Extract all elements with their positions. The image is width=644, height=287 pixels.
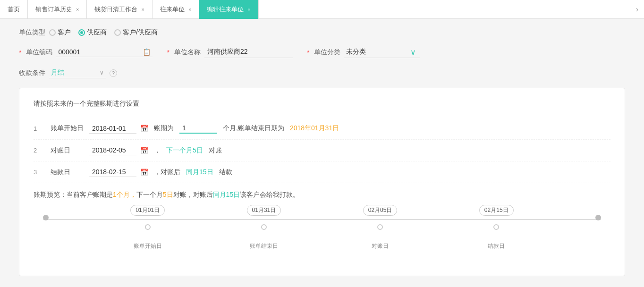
page-content: 单位类型 客户 供应商 客户/供应商 * 单位编码 — [0, 19, 644, 287]
timeline-start-dot — [43, 215, 49, 220]
preview-section: 账期预览：当前客户账期是1个月，下一个月5日对账，对账后同月15日该客户会给我打… — [34, 183, 610, 264]
payment-terms-group: 收款条件 月结 ∨ ? — [19, 68, 117, 78]
preview-text: 账期预览：当前客户账期是1个月，下一个月5日对账，对账后同月15日该客户会给我打… — [34, 191, 610, 199]
row-2-date-wrap: 2018-02-05 📅 — [89, 145, 148, 155]
row-3-highlight: 同月15日 — [186, 168, 213, 177]
period-input[interactable] — [179, 123, 217, 134]
tab-edit-partner[interactable]: 编辑往来单位 × — [199, 0, 258, 19]
unit-code-icon[interactable]: 📋 — [143, 48, 151, 56]
payment-terms-help-icon[interactable]: ? — [110, 69, 117, 77]
radio-customer-label: 客户 — [58, 28, 71, 37]
tab-more-button[interactable]: › — [630, 0, 644, 19]
card-title: 请按照未来的一个完整帐期进行设置 — [34, 100, 610, 108]
unit-name-input[interactable] — [204, 46, 293, 58]
preview-mid1: 下一个月 — [136, 191, 163, 198]
timeline-end — [595, 215, 601, 252]
unit-category-value: 未分类 — [346, 48, 407, 56]
row-1-num: 1 — [34, 125, 45, 132]
node-1-label: 01月01日 — [130, 205, 165, 216]
tab-bar: 首页 销售订单历史 × 钱货日清工作台 × 往来单位 × 编辑往来单位 × › — [0, 0, 644, 19]
unit-name-group: * 单位名称 — [167, 46, 292, 58]
tab-sales-history[interactable]: 销售订单历史 × — [28, 0, 87, 19]
name-required-star: * — [167, 49, 169, 56]
tab-cash-workbench[interactable]: 钱货日清工作台 × — [87, 0, 152, 19]
node-3-label: 02月05日 — [363, 205, 398, 216]
tab-partner-close-icon[interactable]: × — [188, 7, 191, 12]
tab-edit-partner-label: 编辑往来单位 — [207, 5, 244, 14]
unit-code-group: * 单位编码 📋 — [19, 47, 153, 57]
radio-customer[interactable]: 客户 — [49, 28, 71, 37]
radio-both-label: 客户/供应商 — [123, 28, 158, 37]
node-1-dot — [145, 224, 151, 230]
timeline-node-3: 02月05日 对账日 — [363, 213, 398, 250]
payment-terms-row: 收款条件 月结 ∨ ? — [19, 68, 625, 78]
tab-partner-label: 往来单位 — [160, 5, 185, 14]
tab-cash-label: 钱货日清工作台 — [94, 5, 137, 14]
unit-name-label: 单位名称 — [174, 48, 201, 57]
preview-suffix: 该客户会给我打款。 — [240, 191, 299, 198]
preview-h1: 1个月， — [113, 191, 136, 198]
row-2-suffix: 对账 — [209, 146, 222, 155]
radio-group: 客户 供应商 客户/供应商 — [49, 28, 158, 37]
tab-cash-close-icon[interactable]: × — [141, 7, 144, 12]
row-3-suffix: 结款 — [219, 168, 232, 177]
row-2-calendar-icon[interactable]: 📅 — [140, 147, 148, 154]
row-2-prefix: ， — [154, 146, 161, 155]
row-1-end-date: 2018年01月31日 — [290, 124, 339, 133]
tab-edit-close-icon[interactable]: × — [247, 7, 250, 12]
preview-h2: 5日 — [163, 191, 173, 198]
row-1-mid-text: 账期为 — [154, 124, 174, 133]
row-2-date-value: 2018-02-05 — [89, 145, 136, 155]
radio-supplier-circle — [78, 29, 85, 36]
row-1-date-value: 2018-01-01 — [89, 124, 136, 134]
radio-both[interactable]: 客户/供应商 — [114, 28, 158, 37]
payment-terms-arrow-icon: ∨ — [100, 69, 104, 76]
timeline-node-1: 01月01日 账单开始日 — [130, 213, 165, 250]
timeline-node-2: 01月31日 账单结束日 — [247, 213, 281, 250]
timeline-node-4: 02月15日 结款日 — [479, 213, 514, 250]
row-2-num: 2 — [34, 147, 45, 154]
setting-card: 请按照未来的一个完整帐期进行设置 1 账单开始日 2018-01-01 📅 账期… — [19, 88, 625, 276]
unit-category-dropdown[interactable]: 未分类 ∨ — [344, 47, 420, 58]
cat-required-star: * — [307, 49, 309, 56]
node-4-caption: 结款日 — [488, 242, 505, 250]
code-required-star: * — [19, 49, 21, 56]
row-2-type: 对账日 — [51, 146, 84, 155]
row-2-highlight: 下一个月5日 — [166, 146, 203, 155]
unit-code-input-wrap: 📋 — [56, 47, 153, 57]
unit-type-row: 单位类型 客户 供应商 客户/供应商 — [19, 28, 625, 37]
node-2-dot — [261, 224, 267, 230]
unit-code-input[interactable] — [58, 48, 141, 56]
row-3-calendar-icon[interactable]: 📅 — [140, 169, 148, 176]
timeline-nodes: 01月01日 账单开始日 01月31日 账单结束日 02月05日 — [43, 213, 601, 250]
row-3-prefix: ，对账后 — [154, 168, 180, 177]
unit-code-label: 单位编码 — [26, 48, 52, 57]
tab-home-label: 首页 — [8, 5, 20, 14]
row-1-calendar-icon[interactable]: 📅 — [140, 125, 148, 132]
row-1-date-wrap: 2018-01-01 📅 — [89, 124, 148, 134]
payment-terms-value: 月结 — [51, 68, 97, 77]
payment-terms-dropdown[interactable]: 月结 ∨ — [49, 68, 106, 78]
timeline: 01月01日 账单开始日 01月31日 账单结束日 02月05日 — [34, 209, 610, 264]
tab-sales-label: 销售订单历史 — [35, 5, 72, 14]
setting-row-3: 3 结款日 2018-02-15 📅 ，对账后 同月15日 结款 — [34, 161, 610, 183]
radio-customer-circle — [49, 29, 56, 36]
setting-row-2: 2 对账日 2018-02-05 📅 ， 下一个月5日 对账 — [34, 140, 610, 161]
setting-row-1: 1 账单开始日 2018-01-01 📅 账期为 个月,账单结束日期为 2018… — [34, 118, 610, 140]
row-3-type: 结款日 — [51, 168, 84, 177]
payment-terms-label: 收款条件 — [19, 69, 45, 77]
radio-supplier[interactable]: 供应商 — [78, 28, 107, 37]
preview-label: 账期预览：当前客户账期是 — [34, 191, 113, 198]
node-4-label: 02月15日 — [479, 205, 514, 216]
row-3-num: 3 — [34, 169, 45, 176]
preview-mid2: 对账，对账后 — [173, 191, 213, 198]
unit-category-group: * 单位分类 未分类 ∨ — [307, 47, 420, 58]
row-1-type: 账单开始日 — [51, 124, 84, 133]
tab-sales-close-icon[interactable]: × — [76, 7, 79, 12]
row-1-suffix: 个月,账单结束日期为 — [223, 124, 284, 133]
preview-h3: 同月15日 — [213, 191, 240, 198]
code-name-row: * 单位编码 📋 * 单位名称 * 单位分类 未分类 ∨ — [19, 46, 625, 58]
tab-home[interactable]: 首页 — [0, 0, 28, 19]
node-1-caption: 账单开始日 — [134, 242, 162, 250]
tab-partner[interactable]: 往来单位 × — [153, 0, 199, 19]
